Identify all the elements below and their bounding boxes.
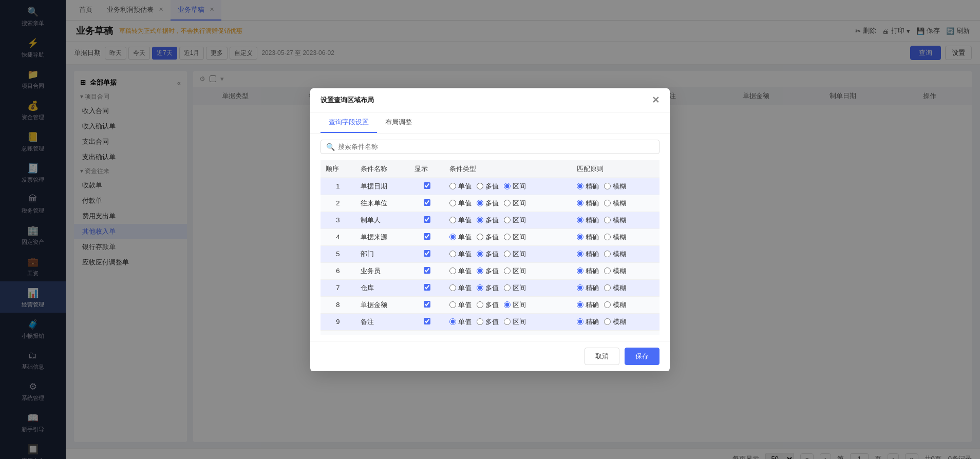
modal-close-button[interactable]: ✕ xyxy=(652,95,659,105)
type-option-单值-row-5[interactable]: 单值 xyxy=(449,250,472,259)
type-option-区间-row-10[interactable]: 区间 xyxy=(504,334,526,335)
type-radio-区间-1[interactable] xyxy=(504,183,511,189)
row-type-6[interactable]: 单值多值区间 xyxy=(444,262,572,279)
type-option-区间-row-6[interactable]: 区间 xyxy=(504,266,526,276)
show-checkbox-2[interactable] xyxy=(424,199,430,206)
match-radio-精确-7[interactable] xyxy=(577,284,583,291)
type-radio-区间-9[interactable] xyxy=(504,318,511,325)
type-radio-单值-8[interactable] xyxy=(449,301,456,308)
row-show-10[interactable] xyxy=(409,330,444,335)
type-radio-区间-2[interactable] xyxy=(504,200,511,206)
match-radio-精确-4[interactable] xyxy=(577,234,583,240)
match-option-精确-row-3[interactable]: 精确 xyxy=(577,216,599,225)
row-type-10[interactable]: 单值多值区间 xyxy=(444,330,572,335)
row-match-10[interactable]: 精确模糊 xyxy=(572,330,659,335)
match-radio-模糊-2[interactable] xyxy=(604,200,611,206)
row-type-2[interactable]: 单值多值区间 xyxy=(444,195,572,212)
type-option-单值-row-4[interactable]: 单值 xyxy=(449,233,472,242)
type-option-多值-row-8[interactable]: 多值 xyxy=(477,300,499,310)
match-option-精确-row-2[interactable]: 精确 xyxy=(577,199,599,208)
type-radio-单值-2[interactable] xyxy=(449,200,456,206)
match-option-精确-row-8[interactable]: 精确 xyxy=(577,300,599,310)
show-checkbox-8[interactable] xyxy=(424,301,430,308)
type-radio-多值-8[interactable] xyxy=(477,301,483,308)
match-option-精确-row-7[interactable]: 精确 xyxy=(577,283,599,293)
type-option-区间-row-5[interactable]: 区间 xyxy=(504,250,526,259)
type-option-区间-row-3[interactable]: 区间 xyxy=(504,216,526,225)
row-match-2[interactable]: 精确模糊 xyxy=(572,195,659,212)
match-option-精确-row-9[interactable]: 精确 xyxy=(577,317,599,327)
row-match-1[interactable]: 精确模糊 xyxy=(572,178,659,195)
show-checkbox-7[interactable] xyxy=(424,284,430,291)
type-option-区间-row-4[interactable]: 区间 xyxy=(504,233,526,242)
tab-layout-adjust[interactable]: 布局调整 xyxy=(377,112,420,133)
type-option-单值-row-7[interactable]: 单值 xyxy=(449,283,472,293)
match-option-精确-row-10[interactable]: 精确 xyxy=(577,334,599,335)
match-radio-模糊-4[interactable] xyxy=(604,234,611,240)
type-radio-区间-5[interactable] xyxy=(504,251,511,257)
row-show-4[interactable] xyxy=(409,228,444,245)
match-option-模糊-row-9[interactable]: 模糊 xyxy=(604,317,626,327)
match-option-模糊-row-7[interactable]: 模糊 xyxy=(604,283,626,293)
row-type-8[interactable]: 单值多值区间 xyxy=(444,296,572,313)
type-option-区间-row-8[interactable]: 区间 xyxy=(504,300,526,310)
type-radio-区间-4[interactable] xyxy=(504,234,511,240)
match-radio-模糊-7[interactable] xyxy=(604,284,611,291)
show-checkbox-6[interactable] xyxy=(424,267,430,274)
match-option-模糊-row-4[interactable]: 模糊 xyxy=(604,233,626,242)
match-radio-精确-6[interactable] xyxy=(577,267,583,274)
match-radio-模糊-1[interactable] xyxy=(604,183,611,189)
row-type-9[interactable]: 单值多值区间 xyxy=(444,313,572,330)
match-radio-精确-9[interactable] xyxy=(577,318,583,325)
row-type-3[interactable]: 单值多值区间 xyxy=(444,212,572,228)
type-radio-单值-4[interactable] xyxy=(449,234,456,240)
row-match-4[interactable]: 精确模糊 xyxy=(572,228,659,245)
row-show-1[interactable] xyxy=(409,178,444,195)
match-option-精确-row-4[interactable]: 精确 xyxy=(577,233,599,242)
row-match-9[interactable]: 精确模糊 xyxy=(572,313,659,330)
match-radio-精确-1[interactable] xyxy=(577,183,583,189)
type-option-区间-row-7[interactable]: 区间 xyxy=(504,283,526,293)
row-match-7[interactable]: 精确模糊 xyxy=(572,279,659,296)
type-option-单值-row-3[interactable]: 单值 xyxy=(449,216,472,225)
show-checkbox-1[interactable] xyxy=(424,182,430,189)
type-option-单值-row-10[interactable]: 单值 xyxy=(449,334,472,335)
match-radio-模糊-8[interactable] xyxy=(604,301,611,308)
row-show-8[interactable] xyxy=(409,296,444,313)
type-option-区间-row-1[interactable]: 区间 xyxy=(504,182,526,191)
row-type-5[interactable]: 单值多值区间 xyxy=(444,245,572,262)
type-radio-区间-6[interactable] xyxy=(504,267,511,274)
match-option-模糊-row-5[interactable]: 模糊 xyxy=(604,250,626,259)
type-radio-多值-6[interactable] xyxy=(477,267,483,274)
type-option-多值-row-3[interactable]: 多值 xyxy=(477,216,499,225)
match-radio-精确-3[interactable] xyxy=(577,217,583,223)
condition-search-input[interactable] xyxy=(338,143,654,150)
type-radio-单值-7[interactable] xyxy=(449,284,456,291)
match-option-模糊-row-3[interactable]: 模糊 xyxy=(604,216,626,225)
type-option-单值-row-2[interactable]: 单值 xyxy=(449,199,472,208)
type-option-多值-row-1[interactable]: 多值 xyxy=(477,182,499,191)
type-option-多值-row-4[interactable]: 多值 xyxy=(477,233,499,242)
cancel-button[interactable]: 取消 xyxy=(585,348,619,365)
show-checkbox-3[interactable] xyxy=(424,216,430,223)
type-radio-区间-7[interactable] xyxy=(504,284,511,291)
row-show-7[interactable] xyxy=(409,279,444,296)
type-radio-单值-6[interactable] xyxy=(449,267,456,274)
row-match-5[interactable]: 精确模糊 xyxy=(572,245,659,262)
row-show-2[interactable] xyxy=(409,195,444,212)
modal-save-button[interactable]: 保存 xyxy=(625,348,659,365)
type-radio-多值-2[interactable] xyxy=(477,200,483,206)
type-radio-多值-5[interactable] xyxy=(477,251,483,257)
tab-field-settings[interactable]: 查询字段设置 xyxy=(321,112,377,133)
row-match-8[interactable]: 精确模糊 xyxy=(572,296,659,313)
match-option-模糊-row-10[interactable]: 模糊 xyxy=(604,334,626,335)
type-option-多值-row-5[interactable]: 多值 xyxy=(477,250,499,259)
show-checkbox-9[interactable] xyxy=(424,318,430,324)
match-radio-模糊-6[interactable] xyxy=(604,267,611,274)
show-checkbox-4[interactable] xyxy=(424,233,430,240)
match-radio-模糊-9[interactable] xyxy=(604,318,611,325)
type-radio-多值-1[interactable] xyxy=(477,183,483,189)
type-option-单值-row-6[interactable]: 单值 xyxy=(449,266,472,276)
type-option-单值-row-1[interactable]: 单值 xyxy=(449,182,472,191)
match-option-精确-row-6[interactable]: 精确 xyxy=(577,266,599,276)
